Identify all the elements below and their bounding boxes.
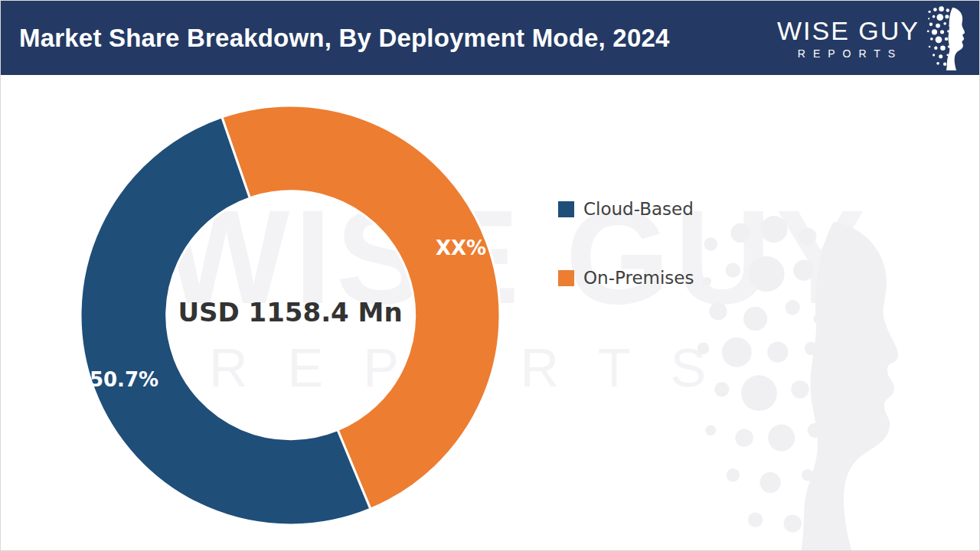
segment-label-cloud-based: 50.7%	[86, 366, 162, 393]
logo-text: WISE GUY REPORTS	[777, 16, 920, 60]
legend-item-on-premises: On-Premises	[558, 262, 694, 293]
wise-guy-logo: WISE GUY REPORTS	[777, 5, 969, 71]
legend-swatch-cloud-based	[558, 201, 574, 217]
logo-face-icon	[924, 6, 969, 70]
logo-subtitle: REPORTS	[781, 47, 920, 60]
segment-label-on-premises: XX%	[423, 234, 499, 262]
donut-chart: 50.7% XX% USD 1158.4 Mn	[76, 101, 505, 530]
legend-item-cloud-based: Cloud-Based	[558, 194, 694, 224]
page-title: Market Share Breakdown, By Deployment Mo…	[19, 24, 670, 53]
logo-wordmark: WISE GUY	[777, 16, 920, 46]
header: Market Share Breakdown, By Deployment Mo…	[1, 1, 980, 75]
legend-label-on-premises: On-Premises	[583, 268, 694, 288]
legend-label-cloud-based: Cloud-Based	[583, 199, 694, 219]
page: Market Share Breakdown, By Deployment Mo…	[0, 0, 980, 551]
watermark-face-icon	[688, 171, 912, 551]
chart-area: WISE GUY REPORTS 50.7% XX% USD 1158.4 Mn…	[1, 75, 980, 551]
donut-center-value: USD 1158.4 Mn	[76, 295, 505, 330]
legend: Cloud-Based On-Premises	[558, 194, 694, 331]
legend-swatch-on-premises	[558, 270, 574, 286]
